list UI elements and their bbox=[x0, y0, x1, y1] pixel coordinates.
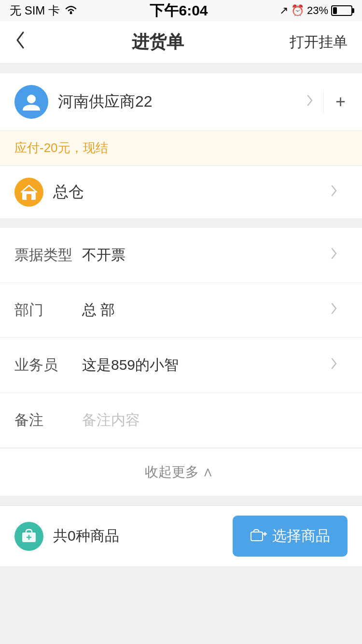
warehouse-icon bbox=[14, 178, 43, 207]
product-count-text: 共0种商品 bbox=[53, 526, 223, 546]
status-right: ↗ ⏰ 23% bbox=[279, 4, 352, 17]
collapse-label: 收起更多 ∧ bbox=[145, 463, 214, 481]
select-goods-button[interactable]: 选择商品 bbox=[233, 516, 348, 557]
department-row[interactable]: 部门 总 部 bbox=[0, 283, 362, 338]
invoice-type-value: 不开票 bbox=[82, 245, 330, 265]
salesperson-value: 这是859的小智 bbox=[82, 355, 330, 375]
bottom-bar: 共0种商品 选择商品 bbox=[0, 505, 362, 566]
alarm-icon: ⏰ bbox=[291, 4, 304, 17]
remark-row[interactable]: 备注 备注内容 bbox=[0, 393, 362, 448]
salesperson-label: 业务员 bbox=[14, 355, 82, 375]
form-section: 票据类型 不开票 部门 总 部 业务员 这是859的小智 备注 备注内容 bbox=[0, 228, 362, 496]
middle-divider bbox=[0, 218, 362, 228]
svg-rect-7 bbox=[251, 532, 263, 541]
status-left: 无 SIM 卡 bbox=[10, 3, 78, 18]
svg-point-0 bbox=[70, 12, 72, 14]
supplier-row[interactable]: 河南供应商22 + bbox=[0, 73, 362, 131]
location-icon: ↗ bbox=[279, 4, 288, 17]
notice-text: 应付-20元，现结 bbox=[14, 140, 108, 155]
invoice-type-label: 票据类型 bbox=[14, 245, 82, 265]
notice-banner: 应付-20元，现结 bbox=[0, 131, 362, 166]
carrier-text: 无 SIM 卡 bbox=[10, 3, 60, 18]
select-goods-label: 选择商品 bbox=[272, 526, 330, 546]
status-bar: 无 SIM 卡 下午6:04 ↗ ⏰ 23% bbox=[0, 0, 362, 21]
svg-rect-3 bbox=[27, 194, 31, 200]
department-chevron-icon bbox=[330, 302, 338, 319]
nav-bar: 进货单 打开挂单 bbox=[0, 21, 362, 64]
remark-label: 备注 bbox=[14, 410, 82, 430]
collapse-button[interactable]: 收起更多 ∧ bbox=[0, 448, 362, 496]
back-button[interactable] bbox=[14, 30, 26, 54]
invoice-type-row[interactable]: 票据类型 不开票 bbox=[0, 228, 362, 283]
supplier-chevron-icon bbox=[306, 94, 314, 111]
battery-text: 23% bbox=[307, 4, 328, 17]
salesperson-chevron-icon bbox=[330, 357, 338, 374]
bottom-divider bbox=[0, 496, 362, 505]
top-divider bbox=[0, 64, 362, 73]
department-label: 部门 bbox=[14, 300, 82, 320]
invoice-chevron-icon bbox=[330, 247, 338, 264]
product-count-icon bbox=[14, 522, 43, 551]
supplier-section: 河南供应商22 + 应付-20元，现结 总仓 bbox=[0, 73, 362, 218]
remark-value: 备注内容 bbox=[82, 410, 348, 430]
salesperson-row[interactable]: 业务员 这是859的小智 bbox=[0, 338, 362, 393]
wifi-icon bbox=[64, 4, 78, 17]
open-pending-button[interactable]: 打开挂单 bbox=[290, 32, 348, 52]
supplier-name: 河南供应商22 bbox=[58, 91, 306, 112]
warehouse-name: 总仓 bbox=[53, 182, 330, 203]
status-time: 下午6:04 bbox=[150, 1, 208, 21]
svg-point-1 bbox=[27, 95, 36, 103]
battery-icon bbox=[331, 5, 352, 16]
warehouse-chevron-icon bbox=[330, 184, 338, 201]
warehouse-row[interactable]: 总仓 bbox=[0, 166, 362, 218]
add-supplier-button[interactable]: + bbox=[323, 90, 348, 114]
page-title: 进货单 bbox=[132, 30, 184, 54]
department-value: 总 部 bbox=[82, 300, 330, 320]
supplier-avatar bbox=[14, 85, 48, 119]
